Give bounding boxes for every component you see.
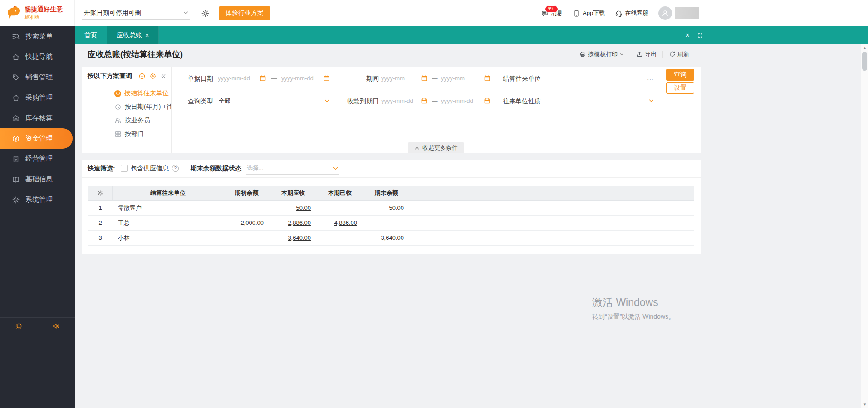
calendar-icon[interactable] [421, 97, 427, 104]
main-content: 应收总账(按结算往来单位) 按模板打印 导出 刷新 [75, 44, 861, 408]
brand-edition: 标准版 [25, 14, 63, 21]
print-label: 按模板打印 [588, 50, 618, 58]
cell-opening: 2,000.00 [224, 215, 270, 230]
balance-status-select[interactable]: 选择... [246, 163, 339, 175]
calendar-icon[interactable] [484, 97, 490, 104]
tabbar: 首页 应收总账 × × [75, 26, 868, 44]
balance-status-label: 期末余额数据状态 [191, 165, 241, 173]
include-supplier-checkbox[interactable] [121, 165, 128, 172]
account-set-dropdown[interactable]: 开账日期可停用可删 [82, 6, 190, 20]
help-icon[interactable]: ? [172, 165, 179, 172]
partner-field: ... [544, 73, 655, 84]
message-icon-wrap: 99+ [541, 10, 549, 17]
scheme-item-by-date[interactable]: 按日期(年月) +往... [82, 100, 171, 114]
footer-settings-button[interactable] [0, 318, 38, 335]
scheme-label: 按结算往来单位 [124, 89, 169, 97]
settings-button[interactable]: 设置 [666, 82, 694, 94]
logo-area: 畅捷通好生意 标准版 [0, 0, 75, 26]
collapse-conditions-button[interactable]: 收起更多条件 [408, 142, 464, 153]
printer-icon [579, 51, 586, 58]
calendar-icon[interactable] [260, 75, 266, 82]
sidebar-item-basic-info[interactable]: 基础信息 [0, 169, 75, 189]
query-type-value: 全部 [219, 97, 230, 105]
scheme-pane-title: 按以下方案查询 [88, 72, 132, 80]
cell-filler [410, 215, 694, 230]
partner-more-button[interactable]: ... [647, 74, 654, 82]
sidebar-label: 资金管理 [25, 134, 53, 143]
tab-close-icon[interactable]: × [145, 32, 149, 39]
receivable-amount-link[interactable]: 3,640.00 [288, 234, 311, 241]
cell-filler [410, 230, 694, 245]
scheme-head-icons [138, 73, 167, 80]
tab-home-label: 首页 [84, 31, 97, 39]
sidebar-item-purchase[interactable]: 采购管理 [0, 87, 75, 108]
vertical-scrollbar: ▲ ▼ [861, 44, 868, 408]
industry-plan-button[interactable]: 体验行业方案 [219, 6, 270, 20]
sidebar-item-sales[interactable]: 销售管理 [0, 67, 75, 87]
received-amount-link[interactable]: 4,886.00 [334, 219, 357, 226]
row-index: 3 [88, 230, 112, 245]
receivable-table: 结算往来单位 期初余额 本期应收 本期已收 期末余额 1 零散客户 50.00 [88, 186, 694, 246]
avatar[interactable] [658, 6, 672, 20]
scheme-item-by-department[interactable]: 按部门 [82, 127, 171, 141]
query-type-select[interactable]: 全部 [218, 95, 330, 107]
online-service-button[interactable]: 在线客服 [615, 9, 648, 17]
partner-input[interactable] [544, 75, 655, 82]
calendar-icon[interactable] [484, 75, 490, 82]
fullscreen-icon[interactable] [697, 32, 703, 39]
print-by-template-button[interactable]: 按模板打印 [579, 50, 624, 58]
gear-icon[interactable] [201, 9, 210, 18]
cell-closing: 50.00 [363, 200, 410, 215]
receivable-amount-link[interactable]: 50.00 [296, 204, 311, 211]
collapse-pane-icon[interactable] [160, 73, 167, 79]
add-scheme-icon[interactable] [138, 73, 146, 80]
search-button[interactable]: 查询 [666, 69, 694, 81]
partner-nature-select[interactable] [544, 95, 655, 107]
sidebar-label: 采购管理 [25, 93, 53, 102]
scheme-item-by-salesperson[interactable]: 按业务员 [82, 114, 171, 127]
sidebar-footer [0, 317, 75, 335]
receivable-amount-link[interactable]: 2,886.00 [288, 219, 311, 226]
user-box [658, 6, 699, 20]
scroll-down-arrow[interactable]: ▼ [861, 401, 868, 408]
divider [662, 51, 663, 58]
cell-partner: 零散客户 [112, 200, 224, 215]
footer-announcement-button[interactable] [38, 318, 75, 335]
locate-scheme-icon[interactable] [149, 73, 157, 80]
sidebar-item-funds[interactable]: 资金管理 [0, 128, 73, 149]
messages-button[interactable]: 99+ 消息 [541, 9, 563, 17]
refresh-button[interactable]: 刷新 [669, 50, 689, 58]
money-icon [12, 135, 20, 143]
headset-icon [615, 10, 623, 17]
sidebar-item-inventory[interactable]: 库存核算 [0, 108, 75, 128]
export-label: 导出 [645, 50, 657, 58]
sidebar-item-operations[interactable]: 经营管理 [0, 149, 75, 169]
page-title: 应收总账(按结算往来单位) [88, 49, 183, 60]
close-tabs-icon[interactable]: × [685, 31, 690, 39]
calendar-icon[interactable] [421, 75, 427, 82]
sidebar-item-quick-nav[interactable]: 快捷导航 [0, 47, 75, 67]
tab-receivable-ledger[interactable]: 应收总账 × [107, 26, 159, 44]
scrollbar-thumb[interactable] [862, 52, 867, 71]
brand-logo-icon [5, 5, 21, 21]
column-settings-header [88, 186, 112, 200]
period-label: 期间 [329, 73, 379, 84]
sidebar-item-search-menu[interactable]: 搜索菜单 [0, 26, 75, 47]
sidebar-label: 搜索菜单 [25, 32, 53, 41]
sidebar-item-system[interactable]: 系统管理 [0, 189, 75, 210]
refresh-label: 刷新 [677, 50, 689, 58]
sidebar-label: 基础信息 [25, 175, 53, 184]
tab-home[interactable]: 首页 [75, 26, 107, 44]
gear-icon[interactable] [97, 190, 103, 196]
app-download-button[interactable]: App下载 [573, 9, 605, 17]
warehouse-icon [12, 114, 20, 122]
export-button[interactable]: 导出 [636, 50, 657, 58]
scheme-label: 按部门 [125, 130, 144, 138]
person-icon [661, 9, 669, 17]
cell-received: 4,886.00 [317, 215, 363, 230]
scheme-item-by-partner[interactable]: 按结算往来单位 [82, 87, 171, 100]
scroll-up-arrow[interactable]: ▲ [861, 44, 868, 51]
brand-text: 畅捷通好生意 标准版 [25, 5, 63, 21]
doc-date-label: 单据日期 [168, 73, 213, 84]
brand-name: 畅捷通好生意 [25, 5, 63, 13]
